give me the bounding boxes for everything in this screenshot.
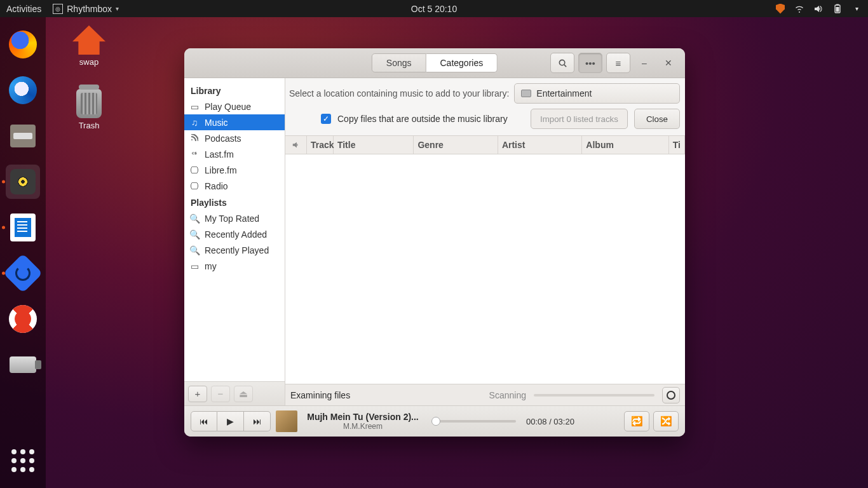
skip-next-icon: ⏭ [253, 416, 262, 426]
lifebuoy-icon [9, 305, 37, 333]
tab-categories[interactable]: Categories [426, 53, 498, 72]
app-menu-button[interactable]: ≡ [606, 53, 630, 73]
search-icon: 🔍 [189, 245, 200, 255]
sidebar-header-playlists: Playlists [184, 194, 285, 210]
column-header-album[interactable]: Album [582, 136, 668, 154]
sidebar-item-my[interactable]: ▭my [184, 258, 285, 274]
desktop-item-trash[interactable]: Trash [64, 89, 114, 130]
seek-slider[interactable] [433, 420, 516, 423]
sidebar-item-top-rated[interactable]: 🔍My Top Rated [184, 210, 285, 226]
window-titlebar[interactable]: Songs Categories ••• ≡ – ✕ [184, 48, 685, 78]
ubuntu-dock [0, 17, 46, 488]
repeat-icon: 🔁 [631, 416, 643, 427]
sidebar-item-librefm[interactable]: 🖵Libre.fm [184, 162, 285, 178]
dock-help[interactable] [6, 302, 40, 336]
wifi-icon[interactable] [794, 4, 804, 14]
column-header-playing[interactable] [288, 136, 307, 154]
sidebar-item-play-queue[interactable]: ▭Play Queue [184, 98, 285, 114]
eject-button[interactable]: ⏏ [234, 386, 253, 402]
view-tabset: Songs Categories [372, 53, 498, 72]
column-header-track[interactable]: Track [307, 136, 334, 154]
show-applications-button[interactable] [6, 444, 40, 478]
volume-icon[interactable] [813, 4, 824, 14]
scanning-label: Scanning [489, 390, 526, 400]
import-location-chooser[interactable]: Entertainment [514, 83, 680, 104]
remove-playlist-button[interactable]: − [211, 386, 230, 402]
speaker-icon [292, 140, 301, 149]
gear-icon [3, 254, 43, 293]
import-prompt: Select a location containing music to ad… [289, 88, 509, 98]
dock-rhythmbox[interactable] [6, 165, 40, 199]
repeat-button[interactable]: 🔁 [624, 411, 649, 431]
more-options-button[interactable]: ••• [578, 53, 602, 73]
hamburger-icon: ≡ [616, 58, 621, 69]
sidebar-item-recently-played[interactable]: 🔍Recently Played [184, 242, 285, 258]
sidebar-item-recently-added[interactable]: 🔍Recently Added [184, 226, 285, 242]
home-folder-icon [72, 25, 105, 55]
dock-thunderbird[interactable] [6, 73, 40, 107]
scan-progress-bar [534, 394, 654, 396]
play-button[interactable]: ▶ [217, 411, 244, 431]
trash-icon [76, 89, 102, 118]
chevron-down-icon[interactable]: ▾ [851, 4, 862, 14]
next-track-button[interactable]: ⏭ [244, 411, 271, 431]
stop-scan-button[interactable] [662, 387, 680, 403]
search-icon: 🔍 [189, 229, 200, 240]
import-tracks-button[interactable]: Import 0 listed tracks [531, 109, 628, 129]
copy-files-label: Copy files that are outside the music li… [337, 114, 508, 124]
seek-knob[interactable] [431, 417, 440, 426]
track-list[interactable] [285, 154, 685, 384]
track-list-header: Track Title Genre Artist Album Ti [285, 135, 685, 154]
svg-rect-1 [836, 4, 839, 5]
dock-software[interactable] [6, 256, 40, 290]
rhythmbox-icon: ◎ [53, 4, 63, 14]
column-header-genre[interactable]: Genre [414, 136, 498, 154]
svg-point-3 [559, 60, 564, 65]
sidebar-item-music[interactable]: ♫Music [184, 114, 285, 130]
sidebar-item-radio[interactable]: 🖵Radio [184, 178, 285, 194]
svg-rect-2 [836, 7, 839, 12]
column-header-artist[interactable]: Artist [498, 136, 582, 154]
dock-firefox[interactable] [6, 27, 40, 62]
clock[interactable]: Oct 5 20:10 [411, 4, 457, 14]
monitor-icon: 🖵 [189, 181, 200, 191]
minus-icon: − [218, 388, 224, 399]
writer-icon [10, 214, 36, 241]
desktop-item-label: swap [64, 57, 114, 67]
sidebar-item-podcasts[interactable]: Podcasts [184, 130, 285, 146]
tab-songs[interactable]: Songs [372, 53, 426, 72]
activities-button[interactable]: Activities [6, 4, 41, 14]
drive-icon [521, 90, 531, 97]
chevron-down-icon: ▾ [116, 5, 119, 12]
now-playing-meta: Mujh Mein Tu (Version 2)... M.M.Kreem [302, 412, 423, 431]
dock-files[interactable] [6, 119, 40, 153]
battery-icon[interactable] [832, 4, 843, 14]
add-playlist-button[interactable]: + [188, 386, 207, 402]
dock-libreoffice-writer[interactable] [6, 210, 40, 245]
column-header-title[interactable]: Title [334, 136, 414, 154]
sidebar-item-lastfm[interactable]: ᶜˢLast.fm [184, 146, 285, 162]
copy-files-checkbox[interactable]: ✓ [321, 114, 331, 124]
svg-line-4 [564, 64, 566, 66]
rhythmbox-icon [10, 169, 36, 194]
app-menu[interactable]: ◎ Rhythmbox ▾ [53, 4, 119, 14]
desktop-item-swap[interactable]: swap [64, 25, 114, 67]
column-header-time[interactable]: Ti [669, 136, 685, 154]
gnome-top-bar: Activities ◎ Rhythmbox ▾ Oct 5 20:10 ▾ [0, 0, 868, 17]
close-import-button[interactable]: Close [634, 109, 680, 129]
music-note-icon: ♫ [189, 118, 200, 128]
search-button[interactable] [550, 53, 574, 73]
player-bar: ⏮ ▶ ⏭ Mujh Mein Tu (Version 2)... M.M.Kr… [184, 405, 685, 437]
status-text: Examining files [290, 390, 482, 400]
rss-icon [189, 133, 200, 144]
lastfm-icon: ᶜˢ [189, 151, 200, 158]
window-close-button[interactable]: ✕ [658, 53, 679, 73]
shuffle-button[interactable]: 🔀 [653, 411, 679, 431]
shield-icon[interactable] [775, 4, 785, 14]
previous-track-button[interactable]: ⏮ [191, 411, 217, 431]
minimize-icon: – [642, 58, 647, 68]
main-panel: Select a location containing music to ad… [285, 78, 685, 405]
sidebar-toolbar: + − ⏏ [184, 381, 285, 405]
window-minimize-button[interactable]: – [634, 53, 654, 73]
dock-external-drive[interactable] [6, 348, 40, 382]
